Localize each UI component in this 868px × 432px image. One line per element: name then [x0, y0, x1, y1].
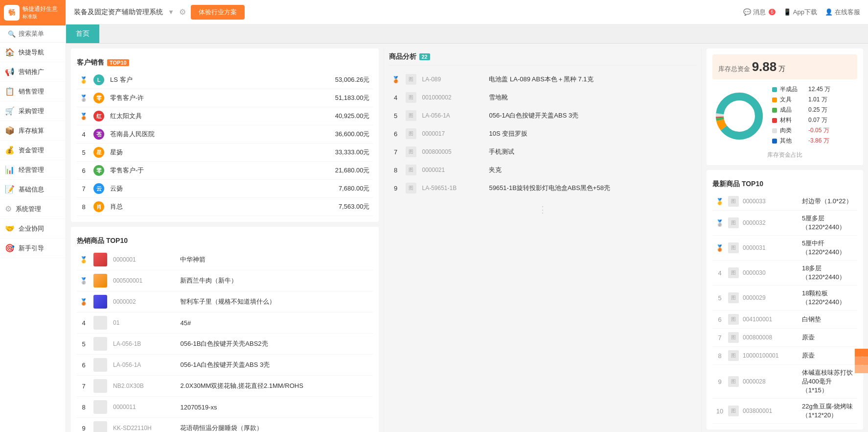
sales-ranking-title: 客户销售: [77, 58, 104, 67]
new-product-rank: 5: [715, 294, 724, 302]
new-product-rank: 🥇: [715, 198, 724, 205]
sidebar-item-purchase[interactable]: 🛒 采购管理: [0, 101, 66, 121]
stock-total-value: 9.88: [752, 59, 777, 74]
inventory-icon: 📦: [5, 126, 15, 135]
legend-name: 材料: [780, 116, 799, 124]
product-img: [93, 253, 107, 266]
online-service-button[interactable]: 👤 在线客服: [825, 8, 860, 17]
new-product-img: 图: [728, 292, 739, 303]
new-product-name: 白钢垫: [802, 315, 854, 324]
sidebar-item-sales[interactable]: 📋 销售管理: [0, 82, 66, 101]
app-download-button[interactable]: 📱 App下载: [783, 8, 817, 17]
rank-number: 5: [77, 334, 91, 355]
rank-number: 🥈: [77, 270, 91, 291]
sale-amount: 33,333.00元: [254, 144, 373, 162]
product-code: 0000002: [110, 291, 177, 312]
product-img-cell: [91, 376, 110, 397]
new-product-code: 0000033: [743, 198, 795, 205]
message-button[interactable]: 💬 消息 6: [743, 8, 776, 17]
sidebar-item-collab[interactable]: 🤝 企业协同: [0, 219, 66, 239]
legend-dot: [772, 108, 777, 113]
float-panel: 客服热线 服务社区 直播: [855, 349, 868, 373]
sidebar-item-finance[interactable]: 💰 资金管理: [0, 141, 66, 160]
new-product-code: 0000029: [743, 294, 795, 301]
goods-analysis-title: 商品分析: [389, 52, 416, 61]
sidebar-item-operations[interactable]: 📊 经营管理: [0, 160, 66, 180]
product-name: 中华神箭: [177, 249, 372, 270]
legend-item: 肉类 -0.05 万: [772, 126, 830, 135]
goods-img-cell: 图: [403, 143, 419, 161]
new-product-img: 图: [728, 332, 739, 343]
sidebar-item-basic[interactable]: 📝 基础信息: [0, 180, 66, 199]
sidebar-item-shortcuts[interactable]: 🏠 快捷导航: [0, 43, 66, 62]
marketing-icon: 📢: [5, 67, 15, 76]
message-badge: 6: [769, 9, 776, 15]
header-right: 💬 消息 6 📱 App下载 👤 在线客服: [743, 8, 860, 17]
guide-icon: 🎯: [5, 243, 15, 253]
goods-img-placeholder: 图: [406, 128, 416, 139]
goods-img-cell: 图: [403, 71, 419, 89]
donut-chart: [712, 89, 766, 143]
search-label: 搜索菜单: [19, 29, 44, 38]
finance-icon: 💰: [5, 145, 15, 155]
product-img-cell: [91, 312, 110, 334]
legend-dot: [772, 128, 777, 133]
rank-number: 8: [77, 397, 91, 418]
legend-name: 半成品: [780, 85, 799, 94]
new-product-code: 0000031: [743, 244, 795, 251]
search-menu[interactable]: 🔍 搜索菜单: [0, 25, 66, 43]
logo-sub-text: 标准版: [23, 13, 58, 20]
goods-code: LA-056-1A: [419, 107, 486, 125]
new-product-name: 18颗粒板（1220*2440）: [802, 289, 854, 307]
new-product-item: 6 图 004100001 白钢垫: [712, 311, 857, 329]
product-code: NB2.0X30B: [110, 376, 177, 397]
logo-icon: 畅: [4, 5, 20, 21]
sales-icon: 📋: [5, 87, 15, 96]
sidebar-item-guide[interactable]: 🎯 新手引导: [0, 239, 66, 258]
customer-name: 零售客户-于: [107, 162, 254, 180]
rank-number: 8: [389, 161, 403, 179]
float-btn-service[interactable]: 客服热线: [855, 349, 868, 357]
sidebar-item-label: 系统管理: [16, 205, 41, 214]
home-icon: 🏠: [5, 48, 15, 57]
sidebar-item-label: 经营管理: [19, 166, 44, 174]
dropdown-icon[interactable]: ▼: [168, 8, 174, 16]
goods-img-cell: 图: [403, 107, 419, 125]
goods-img-cell: 图: [403, 179, 419, 197]
tab-home[interactable]: 首页: [66, 24, 99, 43]
legend-value: -3.86 万: [808, 137, 829, 145]
sidebar-item-system[interactable]: ⚙ 系统管理: [0, 199, 66, 219]
legend-item: 半成品 12.45 万: [772, 85, 830, 94]
rank-number: 5: [389, 107, 403, 125]
new-product-img: 图: [728, 376, 739, 387]
product-name: 056-1B白色按键开关壳ABS2壳: [177, 334, 372, 355]
sidebar-item-inventory[interactable]: 📦 库存核算: [0, 121, 66, 141]
avatar: 零: [93, 165, 104, 176]
goods-img-placeholder: 图: [406, 146, 416, 157]
avatar-cell: 苍: [91, 125, 107, 144]
sale-amount: 51,183.00元: [254, 89, 373, 107]
settings-icon[interactable]: ⚙: [179, 7, 186, 17]
message-label: 消息: [753, 8, 766, 17]
new-product-item: 8 图 10000100001 原壶: [712, 347, 857, 365]
rank-number: 9: [389, 179, 403, 197]
sale-amount: 7,680.00元: [254, 180, 373, 198]
tab-home-label: 首页: [76, 29, 90, 37]
message-icon: 💬: [743, 8, 751, 16]
new-product-rank: 🥉: [715, 244, 724, 252]
float-btn-live[interactable]: 直播: [855, 365, 868, 373]
goods-code: 001000002: [419, 89, 486, 107]
logo-main-text: 畅捷通好生意: [23, 5, 58, 13]
float-btn-community[interactable]: 服务社区: [855, 357, 868, 365]
new-product-code: 000800008: [743, 334, 795, 341]
new-product-rank: 8: [715, 352, 724, 360]
legend-name: 成品: [780, 106, 799, 114]
rank-number: 🥈: [77, 89, 91, 107]
new-product-img: 图: [728, 267, 739, 278]
avatar-cell: 零: [91, 89, 107, 107]
new-product-code: 0000030: [743, 269, 795, 276]
trial-button[interactable]: 体验行业方案: [191, 5, 245, 20]
legend-value: -0.05 万: [808, 126, 829, 135]
sidebar-item-marketing[interactable]: 📢 营销推广: [0, 62, 66, 82]
rank-number: 7: [77, 180, 91, 198]
